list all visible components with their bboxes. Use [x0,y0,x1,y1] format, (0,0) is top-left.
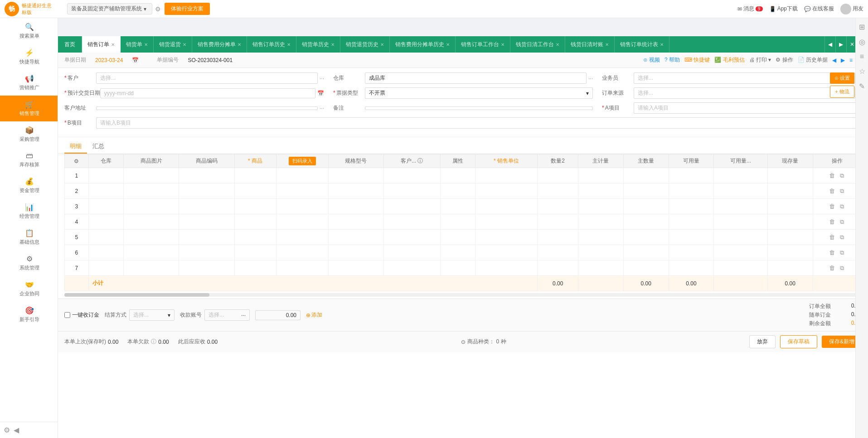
industry-btn[interactable]: 体验行业方案 [165,3,210,15]
tab-sales-fee-history[interactable]: 销售费用分摊单历史 ✕ [390,36,456,53]
row-copy-icon[interactable]: ⧉ [838,218,846,226]
tab-close-icon[interactable]: ✕ [238,42,241,47]
user-avatar[interactable]: 用友 [840,4,863,14]
calendar-icon[interactable]: 📅 [132,57,139,63]
tab-close-icon[interactable]: ✕ [605,42,609,47]
one-click-deposit-input[interactable] [64,312,70,318]
nav-next-arrow[interactable]: ▶ [835,36,846,53]
sidebar-item-quick-nav[interactable]: ⚡ 快捷导航 [0,44,58,70]
right-panel-icon-3[interactable]: ≡ [860,53,864,61]
row-copy-icon[interactable]: ⧉ [838,249,846,257]
online-service-btn[interactable]: 💬 在线客服 [804,5,834,13]
row-delete-icon[interactable]: 🗑 [828,218,836,226]
sidebar-item-marketing[interactable]: 📢 营销推广 [0,70,58,96]
sidebar-item-system[interactable]: ⚙ 系统管理 [0,250,58,276]
tab-sales-order[interactable]: 销售订单 ✕ [82,36,121,53]
payment-method-select[interactable]: 选择... ▾ [129,309,175,321]
message-btn[interactable]: ✉ 消息 9 [737,5,763,13]
row-delete-icon[interactable]: 🗑 [828,187,836,195]
col-settings[interactable]: ⚙ [65,154,89,168]
sidebar-item-search[interactable]: 🔍 搜索菜单 [0,18,58,44]
discard-btn[interactable]: 放弃 [749,335,776,348]
one-click-deposit-checkbox[interactable]: 一键收订金 [64,311,99,319]
sidebar-item-inventory[interactable]: 🗃 库存核算 [0,147,58,173]
sidebar-settings-icon[interactable]: ⚙ [4,426,10,434]
tab-close-icon[interactable]: ✕ [446,42,450,47]
order-source-input[interactable]: 选择... [634,87,855,99]
nav-form-prev[interactable]: ◀ [832,57,836,63]
tab-cash-reconcile[interactable]: 钱货日清对账 ✕ [565,36,615,53]
tab-close-icon[interactable]: ✕ [380,42,384,47]
sidebar-item-operation[interactable]: 📊 经营管理 [0,198,58,224]
row-copy-icon[interactable]: ⧉ [838,172,846,180]
action-video[interactable]: ⊙ 视频 [643,56,660,64]
tab-sales-slip[interactable]: 销货单 ✕ [121,36,154,53]
row-delete-icon[interactable]: 🗑 [828,233,836,241]
customer-input[interactable]: 选择... [96,72,318,84]
right-panel-icon-2[interactable]: ◎ [859,38,865,46]
tab-close-icon[interactable]: ✕ [556,42,559,47]
action-help[interactable]: ? 帮助 [664,56,680,64]
b-project-input[interactable]: 请输入B项目 [96,117,862,129]
delivery-date-input[interactable]: yyyy-mm-dd [100,88,315,98]
add-btn[interactable]: ⊕ 添加 [306,311,322,319]
right-panel-icon-1[interactable]: ⊞ [859,23,865,31]
a-project-input[interactable]: 请输入A项目 [634,102,862,114]
staff-input[interactable]: 选择... [634,72,855,84]
tab-close-icon[interactable]: ✕ [287,42,291,47]
nav-prev-arrow[interactable]: ◀ [824,36,835,53]
tab-close-icon[interactable]: ✕ [111,42,115,47]
sidebar-collapse-icon[interactable]: ◀ [14,426,19,434]
addr-more-icon[interactable]: ··· [320,105,324,111]
tab-sales-order-history[interactable]: 销售订单历史 ✕ [247,36,296,53]
tab-sales-workbench[interactable]: 销售订单工作台 ✕ [456,36,510,53]
tab-summary[interactable]: 汇总 [87,140,110,154]
action-print[interactable]: 🖨 打印 ▾ [749,56,771,64]
scan-enter-btn[interactable]: 扫码录入 [289,157,316,165]
app-download-btn[interactable]: 📱 App下载 [769,5,798,13]
sidebar-item-guide[interactable]: 🎯 新手引导 [0,302,58,327]
tab-close-icon[interactable]: ✕ [501,42,504,47]
action-shortcuts[interactable]: ⌨ 快捷键 [684,56,710,64]
sidebar-item-enterprise[interactable]: 🤝 企业协同 [0,276,58,302]
remark-input[interactable] [365,106,593,110]
row-delete-icon[interactable]: 🗑 [828,172,836,180]
owe-info-icon[interactable]: ⓘ [151,338,156,346]
settings-float-btn[interactable]: ⊙ 设置 [830,72,854,84]
view-toggle-grid[interactable]: ≡ [849,57,853,63]
warehouse-input[interactable]: 成品库 [365,72,587,84]
sidebar-item-basic-info[interactable]: 📋 基础信息 [0,224,58,250]
tab-sales-return-history[interactable]: 销货退货历史 ✕ [340,36,390,53]
settings-gear-icon[interactable]: ⚙ [155,5,161,13]
tab-close-icon[interactable]: ✕ [183,42,186,47]
tab-sales-slip-history[interactable]: 销货单历史 ✕ [296,36,340,53]
save-draft-btn[interactable]: 保存草稿 [780,335,817,348]
customer-addr-input[interactable] [96,106,318,110]
row-delete-icon[interactable]: 🗑 [828,249,836,257]
action-history[interactable]: 📄 历史单据 [798,56,828,64]
action-profit[interactable]: 💹 毛利预估 [714,56,744,64]
invoice-select[interactable]: 不开票 ▾ [365,87,593,99]
row-copy-icon[interactable]: ⧉ [838,264,846,272]
row-delete-icon[interactable]: 🗑 [828,264,836,272]
sidebar-item-sales[interactable]: 🛒 销售管理 [0,96,58,121]
calendar-delivery-icon[interactable]: 📅 [317,90,324,96]
warehouse-more-icon[interactable]: ··· [588,75,593,82]
right-panel-icon-4[interactable]: ☆ [859,67,865,76]
tab-detail[interactable]: 明细 [64,140,87,154]
tab-close-icon[interactable]: ✕ [331,42,335,47]
tab-sales-return[interactable]: 销货退货 ✕ [154,36,192,53]
sidebar-item-finance[interactable]: 💰 资金管理 [0,173,58,198]
amount-input[interactable]: 0.00 [255,310,301,320]
customer-more-icon[interactable]: ··· [320,75,324,82]
tab-sales-stats[interactable]: 销售订单统计表 ✕ [615,36,669,53]
account-select[interactable]: 选择... ··· [204,309,250,321]
action-operate[interactable]: ⚙ 操作 [776,56,793,64]
row-delete-icon[interactable]: 🗑 [828,202,836,211]
tab-home[interactable]: 首页 [58,36,82,53]
tab-close-icon[interactable]: ✕ [660,42,664,47]
tab-cash-workbench[interactable]: 钱货日清工作台 ✕ [510,36,565,53]
right-panel-icon-5[interactable]: ✎ [859,82,865,91]
sidebar-item-purchase[interactable]: 📦 采购管理 [0,121,58,147]
system-selector[interactable]: 装备及固定资产辅助管理系统 ▾ [67,3,152,14]
